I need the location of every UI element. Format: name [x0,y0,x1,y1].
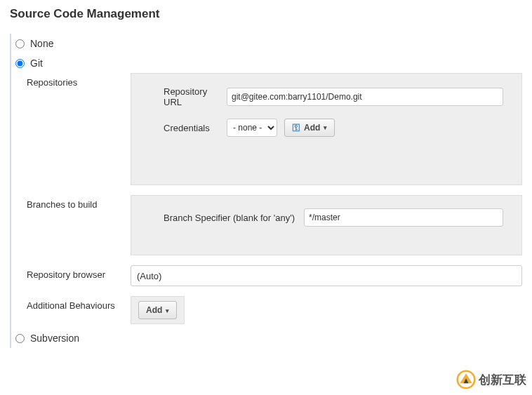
repo-browser-select[interactable]: (Auto) [131,265,522,286]
tree-vertical-bar [10,34,11,348]
additional-behaviours-add-button[interactable]: Add ▾ [138,301,177,319]
branches-label: Branches to build [27,195,131,210]
branches-panel: Branch Specifier (blank for 'any') [131,195,522,255]
radio-subversion[interactable] [15,334,25,343]
branch-specifier-label: Branch Specifier (blank for 'any') [164,213,304,223]
add-label: Add [146,305,162,315]
repository-url-label: Repository URL [164,86,227,107]
repository-url-input[interactable] [227,88,503,106]
key-icon: ⚿ [292,123,300,133]
page-title: Source Code Management [10,7,522,21]
svg-point-0 [458,371,475,389]
credentials-add-button[interactable]: ⚿ Add ▾ [284,119,335,137]
scm-option-none[interactable]: None [14,34,522,53]
chevron-down-icon: ▾ [166,307,169,314]
scm-option-subversion[interactable]: Subversion [14,328,522,348]
chevron-down-icon: ▾ [324,124,327,131]
radio-git[interactable] [15,59,25,68]
additional-behaviours-label: Additional Behaviours [27,296,131,311]
watermark: 创新互联 [456,370,526,389]
repositories-label: Repositories [27,73,131,88]
branch-specifier-input[interactable] [304,208,503,227]
scm-option-git[interactable]: Git [14,53,522,73]
credentials-add-label: Add [304,123,320,133]
repo-browser-label: Repository browser [27,265,131,280]
additional-behaviours-panel: Add ▾ [131,296,185,324]
radio-none[interactable] [15,39,25,48]
radio-subversion-label: Subversion [30,333,79,344]
repo-browser-value: (Auto) [137,271,161,281]
credentials-select[interactable]: - none - [227,119,277,137]
watermark-text: 创新互联 [479,372,526,388]
radio-git-label: Git [30,58,43,69]
repositories-panel: Repository URL Credentials - none - ⚿ [131,73,522,185]
watermark-logo-icon [456,370,476,389]
credentials-label: Credentials [164,123,227,133]
radio-none-label: None [30,38,53,49]
